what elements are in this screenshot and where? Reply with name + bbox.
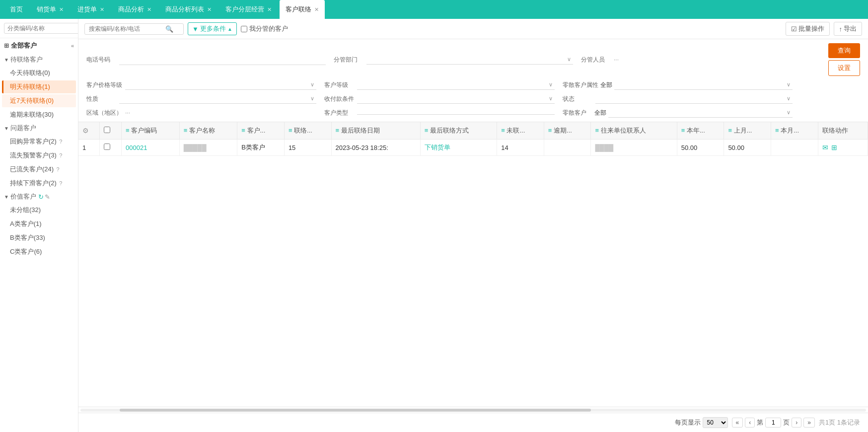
per-page-select[interactable]: 50 20 100: [703, 417, 728, 428]
query-button[interactable]: 查询: [828, 43, 860, 58]
nav-customer-contact[interactable]: 客户联络 ✕: [280, 0, 325, 19]
col-this-year: ≡ 本年...: [677, 122, 724, 140]
dept-label: 分管部门: [334, 56, 363, 64]
edit-icon[interactable]: ✎: [45, 193, 50, 201]
row-type: B类客户: [237, 140, 285, 156]
phone-input[interactable]: [119, 55, 326, 65]
nav-goods-analysis-list[interactable]: 商品分析列表 ✕: [159, 0, 217, 19]
last-page-button[interactable]: »: [803, 418, 815, 428]
select-all-checkbox[interactable]: [104, 127, 110, 133]
sidebar-group-problem[interactable]: ▼ 问题客户: [0, 122, 78, 135]
sidebar-all-customers[interactable]: ⊞ 全部客户 «: [0, 38, 78, 53]
row-select-checkbox[interactable]: [104, 144, 110, 150]
sidebar-item-overdue-contact[interactable]: 逾期未联络(30): [2, 108, 76, 121]
table-row: 1 000021 █████ B类客户 15 2023-05-23 18:25:…: [78, 140, 868, 156]
sidebar-item-repurchase[interactable]: 回购异常客户(2) ?: [2, 135, 76, 148]
export-button[interactable]: ↑ 导出: [834, 22, 863, 36]
filter-search-input[interactable]: [89, 25, 163, 32]
sidebar-item-tomorrow-contact[interactable]: 明天待联络(1): [2, 80, 76, 93]
nav-home[interactable]: 首页: [4, 0, 29, 19]
nav-goods-analysis[interactable]: 商品分析 ✕: [112, 0, 157, 19]
customer-name-link[interactable]: █████: [184, 144, 207, 151]
nav-goods-analysis-close[interactable]: ✕: [147, 6, 151, 13]
payment-arrow: ∨: [549, 95, 553, 102]
nav-purchase[interactable]: 进货单 ✕: [72, 0, 110, 19]
col-last-method: ≡ 最后联络方式: [420, 122, 497, 140]
first-page-button[interactable]: «: [732, 418, 743, 428]
nav-customer-contact-close[interactable]: ✕: [314, 6, 319, 13]
arrow-down-icon: ▼: [4, 57, 9, 63]
horizontal-scrollbar[interactable]: [78, 407, 868, 413]
sidebar-item-class-c[interactable]: C类客户(6): [2, 245, 76, 258]
col-code-sort-icon: ≡: [126, 127, 130, 134]
more-action-icon[interactable]: ⊞: [831, 144, 837, 151]
sidebar-search-input[interactable]: [4, 23, 78, 34]
sidebar-group-value[interactable]: ▼ 价值客户 ↻ ✎: [0, 190, 78, 203]
customer-level-label: 客户等级: [324, 81, 354, 89]
nature-label: 性质: [86, 95, 116, 103]
help-icon-1: ?: [59, 139, 62, 144]
row-index: 1: [78, 140, 100, 156]
filter-search-icon[interactable]: 🔍: [165, 25, 173, 33]
nav-sales-close[interactable]: ✕: [59, 6, 64, 13]
table-header-row: ⚙ ≡ 客户编码 ≡ 客户名称 ≡ 客户... ≡ 联络... ≡ 最后联络日期…: [78, 122, 868, 140]
nav-customer-tier-close[interactable]: ✕: [267, 6, 272, 13]
row-contacts: 15: [284, 140, 331, 156]
customer-type-select[interactable]: [357, 111, 554, 115]
row-contact-person: ████: [591, 140, 677, 156]
my-customers-checkbox[interactable]: [241, 26, 247, 32]
next-page-button[interactable]: ›: [792, 418, 801, 428]
help-icon-2: ?: [59, 152, 62, 158]
nav-purchase-close[interactable]: ✕: [100, 6, 104, 13]
price-level-select[interactable]: ∨: [125, 80, 316, 90]
retail-attr-arrow: ∨: [787, 81, 791, 88]
col-contacts: ≡ 联络...: [284, 122, 331, 140]
sidebar-item-today-contact[interactable]: 今天待联络(0): [2, 67, 76, 79]
col-checkbox: [100, 122, 122, 140]
row-checkbox[interactable]: [100, 140, 122, 156]
customer-code-link[interactable]: 000021: [126, 144, 147, 151]
customer-level-select[interactable]: ∨: [357, 80, 554, 90]
field-retail-customer: 零散客户 全部 ∨: [563, 108, 793, 118]
sidebar-item-ungrouped[interactable]: 未分组(32): [2, 204, 76, 216]
nav-sales[interactable]: 销货单 ✕: [31, 0, 70, 19]
last-method-link[interactable]: 下销货单: [425, 144, 450, 151]
sidebar-item-class-b[interactable]: B类客户(33): [2, 231, 76, 244]
sidebar-item-continuous-decline[interactable]: 持续下滑客户(2) ?: [2, 177, 76, 190]
settings-gear-icon[interactable]: ⚙: [82, 127, 89, 135]
person-dots[interactable]: ···: [614, 56, 619, 63]
settings-button[interactable]: 设置: [828, 60, 860, 76]
sidebar-item-class-a[interactable]: A类客户(1): [2, 217, 76, 230]
sidebar-item-lost-potential[interactable]: 流失预警客户(3) ?: [2, 149, 76, 162]
field-person: 分管人员 ···: [581, 56, 820, 64]
sidebar-item-week-contact[interactable]: 近7天待联络(0): [2, 94, 76, 107]
help-icon-3: ?: [56, 166, 59, 172]
region-dots[interactable]: ···: [125, 109, 130, 116]
status-select[interactable]: ∨: [595, 94, 793, 104]
help-icon-4: ?: [59, 180, 62, 186]
page-number-input[interactable]: [765, 418, 781, 428]
filter-more-conditions[interactable]: ▼ 更多条件 ▲: [188, 22, 237, 35]
payment-select[interactable]: ∨: [357, 94, 554, 104]
nav-customer-tier[interactable]: 客户分层经营 ✕: [219, 0, 278, 19]
prev-page-button[interactable]: ‹: [745, 418, 755, 428]
nature-select[interactable]: ∨: [119, 94, 316, 104]
region-label: 区域（地区）: [86, 109, 122, 117]
retail-customer-select[interactable]: ∨: [608, 108, 793, 118]
contact-action-icon[interactable]: ✉: [822, 144, 828, 151]
scrollbar-thumb[interactable]: [120, 409, 591, 412]
retail-attr-value-label: 全部: [600, 81, 612, 89]
retail-attr-select[interactable]: ∨: [614, 80, 793, 90]
sidebar-group-pending[interactable]: ▼ 待联络客户: [0, 53, 78, 66]
refresh-icon[interactable]: ↻: [38, 193, 44, 201]
col-settings[interactable]: ⚙: [78, 122, 100, 140]
adv-filter-row-1: 电话号码 分管部门 ∨ 分管人员 ··· 查询 设置: [86, 43, 860, 76]
price-level-label: 客户价格等级: [86, 81, 122, 89]
sidebar-item-already-lost[interactable]: 已流失客户(24) ?: [2, 163, 76, 176]
col-this-month: ≡ 本月...: [771, 122, 818, 140]
dept-select[interactable]: ∨: [366, 55, 573, 65]
batch-ops-button[interactable]: ☑ 批量操作: [786, 22, 830, 36]
nav-goods-analysis-list-close[interactable]: ✕: [207, 6, 212, 13]
main-layout: 🔍 ⊞ 全部客户 « ▼ 待联络客户 今天待联络(0) 明天待联络(1) 近7天…: [0, 19, 868, 432]
export-icon: ↑: [839, 25, 843, 33]
